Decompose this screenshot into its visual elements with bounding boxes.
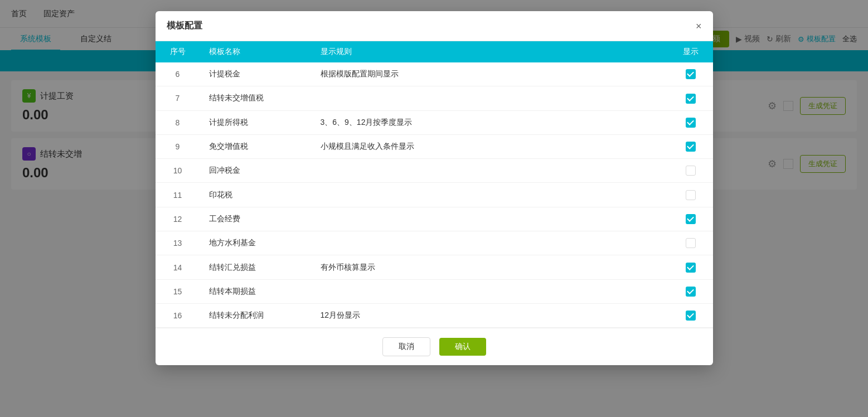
cell-checkbox (668, 62, 713, 86)
row-checkbox-6[interactable] (686, 69, 696, 79)
cell-rule (312, 159, 668, 183)
cell-id: 12 (156, 207, 200, 231)
table-row: 14结转汇兑损益有外币核算显示 (156, 255, 713, 279)
row-checkbox-9[interactable] (686, 142, 696, 152)
cell-rule (312, 183, 668, 207)
table-row: 13地方水利基金 (156, 231, 713, 255)
cell-id: 7 (156, 86, 200, 110)
config-table: 序号 模板名称 显示规则 显示 6计提税金根据模版配置期间显示7结转未交增值税8… (156, 41, 713, 328)
col-header-rule: 显示规则 (312, 41, 668, 62)
cancel-button[interactable]: 取消 (382, 337, 430, 356)
table-row: 15结转本期损益 (156, 279, 713, 303)
confirm-button[interactable]: 确认 (439, 338, 486, 356)
cell-rule: 3、6、9、12月按季度显示 (312, 110, 668, 134)
row-checkbox-11[interactable] (686, 190, 696, 200)
row-checkbox-8[interactable] (686, 118, 696, 128)
row-checkbox-12[interactable] (686, 214, 696, 224)
table-header: 序号 模板名称 显示规则 显示 (156, 41, 713, 62)
cell-rule (312, 207, 668, 231)
cell-id: 16 (156, 303, 200, 327)
cell-rule (312, 86, 668, 110)
cell-id: 9 (156, 134, 200, 158)
cell-rule (312, 231, 668, 255)
template-config-modal: 模板配置 × 序号 模板名称 显示规则 显示 6计提税金根据模版配置期间 (156, 11, 713, 365)
cell-name: 结转汇兑损益 (200, 255, 312, 279)
modal-title: 模板配置 (167, 20, 202, 32)
cell-name: 印花税 (200, 183, 312, 207)
cell-rule (312, 279, 668, 303)
cell-checkbox (668, 231, 713, 255)
table-row: 8计提所得税3、6、9、12月按季度显示 (156, 110, 713, 134)
table-row: 6计提税金根据模版配置期间显示 (156, 62, 713, 86)
modal-body: 序号 模板名称 显示规则 显示 6计提税金根据模版配置期间显示7结转未交增值税8… (156, 41, 713, 328)
cell-id: 11 (156, 183, 200, 207)
row-checkbox-10[interactable] (686, 166, 696, 176)
col-header-id: 序号 (156, 41, 200, 62)
cell-checkbox (668, 86, 713, 110)
cell-id: 15 (156, 279, 200, 303)
cell-checkbox (668, 183, 713, 207)
table-row: 12工会经费 (156, 207, 713, 231)
cell-name: 工会经费 (200, 207, 312, 231)
table-row: 9免交增值税小规模且满足收入条件显示 (156, 134, 713, 158)
row-checkbox-7[interactable] (686, 94, 696, 104)
cell-checkbox (668, 110, 713, 134)
cell-checkbox (668, 255, 713, 279)
modal-header: 模板配置 × (156, 11, 713, 41)
cell-id: 10 (156, 159, 200, 183)
cell-checkbox (668, 207, 713, 231)
cell-name: 结转未分配利润 (200, 303, 312, 327)
table-row: 16结转未分配利润12月份显示 (156, 303, 713, 327)
cell-rule: 12月份显示 (312, 303, 668, 327)
col-header-display: 显示 (668, 41, 713, 62)
modal-overlay: 模板配置 × 序号 模板名称 显示规则 显示 6计提税金根据模版配置期间 (0, 0, 868, 417)
cell-name: 地方水利基金 (200, 231, 312, 255)
table-row: 10回冲税金 (156, 159, 713, 183)
cell-id: 13 (156, 231, 200, 255)
cell-rule: 小规模且满足收入条件显示 (312, 134, 668, 158)
cell-checkbox (668, 279, 713, 303)
cell-id: 6 (156, 62, 200, 86)
table-body: 6计提税金根据模版配置期间显示7结转未交增值税8计提所得税3、6、9、12月按季… (156, 62, 713, 328)
cell-rule: 根据模版配置期间显示 (312, 62, 668, 86)
cell-name: 计提税金 (200, 62, 312, 86)
cell-checkbox (668, 159, 713, 183)
row-checkbox-14[interactable] (686, 263, 696, 273)
background-page: 首页 固定资产 系统模板 自定义结 测算金额 ▶ 视频 ↻ 刷新 ⚙ 模板配置 … (0, 0, 868, 417)
cell-name: 计提所得税 (200, 110, 312, 134)
cell-name: 结转本期损益 (200, 279, 312, 303)
cell-id: 8 (156, 110, 200, 134)
cell-name: 免交增值税 (200, 134, 312, 158)
row-checkbox-15[interactable] (686, 287, 696, 297)
row-checkbox-13[interactable] (686, 238, 696, 248)
cell-rule: 有外币核算显示 (312, 255, 668, 279)
table-row: 7结转未交增值税 (156, 86, 713, 110)
cell-checkbox (668, 303, 713, 327)
row-checkbox-16[interactable] (686, 311, 696, 321)
col-header-name: 模板名称 (200, 41, 312, 62)
cell-id: 14 (156, 255, 200, 279)
cell-checkbox (668, 134, 713, 158)
table-row: 11印花税 (156, 183, 713, 207)
cell-name: 回冲税金 (200, 159, 312, 183)
modal-footer: 取消 确认 (156, 328, 713, 365)
cell-name: 结转未交增值税 (200, 86, 312, 110)
modal-close-button[interactable]: × (696, 21, 702, 31)
